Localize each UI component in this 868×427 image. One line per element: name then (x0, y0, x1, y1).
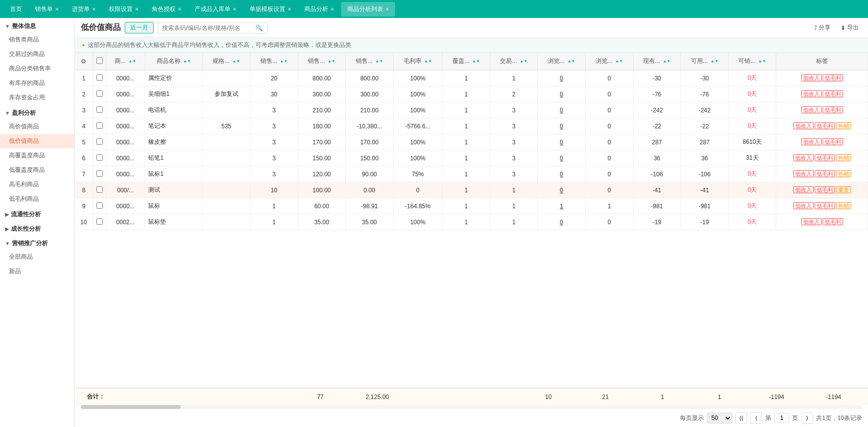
col-sales-qty[interactable]: 销售... ▲▼ (250, 53, 298, 70)
row-view1[interactable]: 0 (538, 214, 586, 230)
search-input[interactable] (162, 24, 253, 31)
col-current-stock[interactable]: 现有... ▲▼ (633, 53, 681, 70)
close-product-analysis[interactable]: ✕ (330, 6, 334, 12)
first-page-button[interactable]: ⟨⟨ (735, 412, 747, 424)
close-template-settings[interactable]: ✕ (287, 6, 291, 12)
per-page-select[interactable]: 50 20 100 (707, 413, 732, 424)
row-view1[interactable]: 0 (538, 70, 586, 86)
col-sales-price[interactable]: 销售... ▲▼ (298, 53, 346, 70)
sidebar-item-high-value[interactable]: 高价值商品 (0, 119, 74, 134)
row-view1[interactable]: 0 (538, 134, 586, 150)
row-checkbox[interactable] (93, 166, 106, 182)
col-trade[interactable]: 交易... ▲▼ (490, 53, 538, 70)
nav-product-analysis-list[interactable]: 商品分析列表 ✕ (341, 2, 395, 16)
nav-purchase-order[interactable]: 进货单 ✕ (66, 2, 102, 16)
export-button[interactable]: ⬇ 导出 (838, 22, 862, 33)
scrollbar-thumb[interactable] (81, 405, 181, 409)
row-checkbox[interactable] (93, 198, 106, 214)
sidebar-group-marketing[interactable]: ▼ 营销推广分析 (0, 235, 74, 250)
gear-icon[interactable]: ⚙ (81, 58, 86, 65)
col-coverage[interactable]: 覆盖... ▲▼ (442, 53, 490, 70)
sidebar-item-low-gross[interactable]: 低毛利商品 (0, 192, 74, 206)
next-page-button[interactable]: ⟩ (801, 412, 813, 424)
filter-recent-month-button[interactable]: 近一月 (125, 22, 154, 33)
sidebar-item-low-coverage[interactable]: 低覆盖度商品 (0, 163, 74, 177)
sidebar-group-growth[interactable]: ▶ 成长性分析 (0, 221, 74, 235)
sidebar-item-new-products[interactable]: 新品 (0, 264, 74, 279)
row-view1[interactable]: 0 (538, 150, 586, 166)
sidebar-item-traded-products[interactable]: 交易过的商品 (0, 47, 74, 61)
row-checkbox[interactable] (93, 150, 106, 166)
nav-role-auth[interactable]: 角色授权 ✕ (146, 2, 188, 16)
col-checkbox[interactable] (93, 53, 106, 70)
close-sales-order[interactable]: ✕ (55, 6, 59, 12)
sort-arrows-sales-qty[interactable]: ▲▼ (280, 59, 288, 63)
col-view2[interactable]: 浏览... ▲▼ (585, 53, 633, 70)
nav-permissions[interactable]: 权限设置 ✕ (103, 2, 145, 16)
row-view1[interactable]: 0 (538, 86, 586, 102)
sort-arrows-gross[interactable]: ▲▼ (424, 59, 432, 63)
col-tags[interactable]: 标签 (776, 53, 868, 70)
nav-product-warehouse[interactable]: 产成品入库单 ✕ (189, 2, 242, 16)
sidebar-item-category-sales-rate[interactable]: 商品分类销售率 (0, 61, 74, 76)
sort-arrows-saleable[interactable]: ▲▼ (758, 59, 766, 63)
nav-template-settings[interactable]: 单据模板设置 ✕ (243, 2, 297, 16)
row-checkbox[interactable] (93, 118, 106, 134)
close-product-warehouse[interactable]: ✕ (232, 6, 236, 12)
sort-arrows-view1[interactable]: ▲▼ (567, 59, 575, 63)
col-gross-margin[interactable]: 毛利率 ▲▼ (393, 53, 442, 70)
sort-arrows-available[interactable]: ▲▼ (710, 59, 718, 63)
sidebar-item-high-coverage[interactable]: 高覆盖度商品 (0, 148, 74, 163)
row-checkbox[interactable] (93, 70, 106, 86)
col-available-stock[interactable]: 可用... ▲▼ (681, 53, 729, 70)
col-saleable-days[interactable]: 可销... ▲▼ (728, 53, 776, 70)
row-checkbox[interactable] (93, 182, 106, 198)
col-view1[interactable]: 浏览... ▲▼ (538, 53, 586, 70)
sidebar-item-low-value[interactable]: 低价值商品 (0, 134, 74, 148)
col-spec[interactable]: 规格... ▲▼ (203, 53, 250, 70)
sort-arrows-sales-price[interactable]: ▲▼ (328, 59, 336, 63)
sidebar-group-overall[interactable]: ▼ 整体信息 (0, 18, 74, 32)
row-view1[interactable]: 0 (538, 102, 586, 118)
search-icon[interactable]: 🔍 (255, 24, 263, 31)
sidebar-item-stock-capital[interactable]: 库存资金占用 (0, 90, 74, 105)
row-checkbox[interactable] (93, 134, 106, 150)
sort-arrows-code[interactable]: ▲▼ (128, 59, 136, 63)
sidebar-group-profit[interactable]: ▼ 盈利分析 (0, 105, 74, 119)
row-checkbox[interactable] (93, 86, 106, 102)
row-checkbox[interactable] (93, 102, 106, 118)
prev-page-button[interactable]: ⟨ (750, 412, 762, 424)
sidebar-group-circulation[interactable]: ▶ 流通性分析 (0, 206, 74, 221)
col-sales-amount[interactable]: 销售... ▲▼ (346, 53, 394, 70)
sidebar-item-all-products[interactable]: 全部商品 (0, 250, 74, 264)
sort-arrows-name[interactable]: ▲▼ (183, 59, 191, 63)
close-product-analysis-list[interactable]: ✕ (385, 6, 389, 12)
sidebar-item-in-stock[interactable]: 有库存的商品 (0, 76, 74, 90)
sort-arrows-spec[interactable]: ▲▼ (232, 59, 240, 63)
row-view1[interactable]: 1 (538, 198, 586, 214)
nav-product-analysis[interactable]: 商品分析 ✕ (298, 2, 340, 16)
sidebar-item-sales-products[interactable]: 销售类商品 (0, 32, 74, 47)
nav-home[interactable]: 首页 (4, 2, 28, 16)
sort-arrows-trade[interactable]: ▲▼ (520, 59, 528, 63)
page-number-input[interactable] (774, 413, 789, 423)
col-settings[interactable]: ⚙ (75, 53, 93, 70)
table-container[interactable]: ⚙ 商... ▲▼ 商品名称 ▲▼ (75, 53, 868, 388)
scrollbar-track[interactable] (81, 405, 862, 409)
sort-arrows-sales-amount[interactable]: ▲▼ (375, 59, 383, 63)
sort-arrows-current[interactable]: ▲▼ (663, 59, 671, 63)
close-role-auth[interactable]: ✕ (178, 6, 182, 12)
sort-arrows-view2[interactable]: ▲▼ (615, 59, 623, 63)
row-view1[interactable]: 0 (538, 118, 586, 134)
close-permissions[interactable]: ✕ (135, 6, 139, 12)
select-all-checkbox[interactable] (96, 57, 103, 64)
row-checkbox[interactable] (93, 214, 106, 230)
col-code[interactable]: 商... ▲▼ (106, 53, 145, 70)
col-name[interactable]: 商品名称 ▲▼ (145, 53, 203, 70)
sidebar-item-high-gross[interactable]: 高毛利商品 (0, 177, 74, 192)
nav-sales-order[interactable]: 销售单 ✕ (29, 2, 65, 16)
row-view1[interactable]: 0 (538, 182, 586, 198)
row-view1[interactable]: 0 (538, 166, 586, 182)
share-button[interactable]: ⤴ 分享 (811, 22, 834, 33)
sort-arrows-coverage[interactable]: ▲▼ (472, 59, 480, 63)
